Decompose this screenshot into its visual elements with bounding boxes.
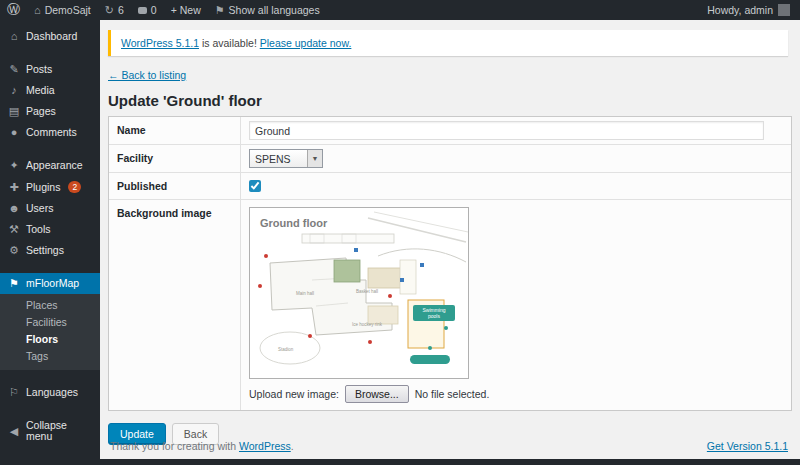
comment-bubble-icon: [138, 7, 147, 14]
form-row-published: Published: [109, 173, 791, 200]
background-image-label: Background image: [109, 200, 241, 410]
posts-icon: ✎: [8, 64, 20, 75]
admin-bar: Ⓦ ⌂ DemoSajt ↻ 6 0 + New ⚑ Show all lang…: [0, 0, 800, 20]
sidebar-item-languages[interactable]: ⚐ Languages: [0, 382, 100, 403]
sidebar-item-label: Plugins: [26, 182, 60, 193]
sidebar-subitem-facilities[interactable]: Facilities: [0, 314, 100, 331]
comments-icon: ●: [8, 127, 20, 138]
form-row-background-image: Background image: [109, 200, 791, 410]
sidebar-item-label: Pages: [26, 106, 56, 117]
mfloormap-submenu: Places Facilities Floors Tags: [0, 294, 100, 370]
plugins-icon: ✚: [8, 182, 20, 193]
sidebar-item-label: Users: [26, 203, 53, 214]
map-label-basket-hall: Basket hall: [356, 289, 378, 294]
sidebar-item-label: Dashboard: [26, 31, 77, 42]
comments-count: 0: [151, 4, 157, 16]
sidebar-item-settings[interactable]: ⚙ Settings: [0, 240, 100, 261]
floor-edit-form: Name Facility SPENS ▼ Published: [108, 116, 792, 411]
facility-select[interactable]: SPENS ▼: [249, 149, 323, 168]
sidebar-item-label: Collapse menu: [26, 420, 92, 442]
sidebar-item-label: mFloorMap: [26, 278, 79, 289]
menu-separator: [0, 370, 100, 382]
sidebar-item-label: Settings: [26, 245, 64, 256]
sidebar-item-plugins[interactable]: ✚ Plugins 2: [0, 176, 100, 198]
sidebar-item-media[interactable]: ♪ Media: [0, 80, 100, 101]
published-checkbox[interactable]: [249, 180, 261, 192]
browse-button[interactable]: Browse...: [345, 385, 409, 403]
sidebar-item-mfloormap[interactable]: ⚑ mFloorMap: [0, 273, 100, 294]
sidebar-item-label: Tools: [26, 224, 51, 235]
menu-separator: [0, 143, 100, 155]
floor-map-image: Swimming pools Ground floor Main hall Ba…: [249, 207, 469, 379]
sidebar-item-label: Comments: [26, 127, 77, 138]
published-label: Published: [109, 173, 241, 199]
sidebar-item-appearance[interactable]: ✦ Appearance: [0, 155, 100, 176]
show-all-languages-menu[interactable]: ⚑ Show all languages: [208, 0, 327, 20]
new-content-button[interactable]: + New: [164, 0, 208, 20]
name-input[interactable]: [249, 121, 764, 140]
menu-separator: [0, 47, 100, 59]
menu-separator: [0, 261, 100, 273]
pages-icon: ▤: [8, 106, 20, 117]
map-pool-label: Swimming pools: [413, 305, 455, 321]
site-name-menu[interactable]: ⌂ DemoSajt: [27, 0, 98, 20]
chevron-down-icon: ▼: [307, 150, 322, 167]
no-file-selected-text: No file selected.: [415, 388, 490, 400]
form-row-name: Name: [109, 117, 791, 145]
get-version-link[interactable]: Get Version 5.1.1: [707, 440, 788, 452]
facility-selected-value: SPENS: [255, 153, 291, 165]
map-label-main-hall: Main hall: [296, 291, 314, 296]
please-update-link[interactable]: Please update now.: [260, 37, 352, 49]
location-pin-icon: ⚑: [8, 278, 20, 289]
main-content: WordPress 5.1.1 is available! Please upd…: [100, 20, 800, 465]
update-icon: ↻: [105, 5, 114, 16]
wordpress-admin-page: Ⓦ ⌂ DemoSajt ↻ 6 0 + New ⚑ Show all lang…: [0, 0, 800, 465]
languages-icon: ⚐: [8, 387, 20, 398]
sidebar-subitem-places[interactable]: Places: [0, 297, 100, 314]
dashboard-icon: ⌂: [8, 31, 20, 42]
updates-indicator[interactable]: ↻ 6: [98, 0, 131, 20]
page-title: Update 'Ground' floor: [108, 92, 792, 109]
back-to-listing-link[interactable]: ← Back to listing: [108, 69, 186, 81]
update-nag-notice: WordPress 5.1.1 is available! Please upd…: [108, 30, 788, 56]
svg-text:Swimming: Swimming: [422, 307, 445, 313]
sidebar-subitem-floors[interactable]: Floors: [0, 331, 100, 348]
menu-separator: [0, 403, 100, 415]
admin-footer: Thank you for creating with WordPress. G…: [110, 440, 788, 452]
upload-new-image-label: Upload new image:: [249, 388, 339, 400]
name-label: Name: [109, 117, 241, 144]
collapse-menu-button[interactable]: ◀ Collapse menu: [0, 415, 100, 447]
users-icon: ☻: [8, 203, 20, 214]
comments-indicator[interactable]: 0: [131, 0, 164, 20]
wordpress-version-link[interactable]: WordPress 5.1.1: [121, 37, 199, 49]
bottom-bar: [0, 459, 800, 465]
collapse-arrow-icon: ◀: [8, 426, 20, 437]
appearance-icon: ✦: [8, 160, 20, 171]
wordpress-logo-menu[interactable]: Ⓦ: [0, 0, 27, 20]
sidebar-item-label: Media: [26, 85, 55, 96]
plugins-update-badge: 2: [68, 181, 81, 193]
languages-label: Show all languages: [229, 4, 320, 16]
sidebar-item-users[interactable]: ☻ Users: [0, 198, 100, 219]
settings-icon: ⚙: [8, 245, 20, 256]
updates-count: 6: [118, 4, 124, 16]
sidebar-subitem-tags[interactable]: Tags: [0, 348, 100, 365]
wordpress-footer-link[interactable]: WordPress: [239, 440, 291, 452]
tools-icon: ⚒: [8, 224, 20, 235]
media-icon: ♪: [8, 85, 20, 96]
sidebar-item-posts[interactable]: ✎ Posts: [0, 59, 100, 80]
facility-label: Facility: [109, 145, 241, 172]
home-icon: ⌂: [34, 5, 41, 16]
sidebar-item-label: Languages: [26, 387, 78, 398]
avatar: [778, 4, 790, 16]
form-row-facility: Facility SPENS ▼: [109, 145, 791, 173]
sidebar-item-tools[interactable]: ⚒ Tools: [0, 219, 100, 240]
sidebar-item-dashboard[interactable]: ⌂ Dashboard: [0, 26, 100, 47]
sidebar-item-pages[interactable]: ▤ Pages: [0, 101, 100, 122]
admin-sidebar: ⌂ Dashboard ✎ Posts ♪ Media ▤ Pages ● Co…: [0, 20, 100, 465]
map-label-stadion: Stadion: [278, 347, 294, 352]
footer-thanks: Thank you for creating with WordPress.: [110, 440, 294, 452]
howdy-account-menu[interactable]: Howdy, admin: [697, 0, 800, 20]
notice-text: is available!: [199, 37, 260, 49]
sidebar-item-comments[interactable]: ● Comments: [0, 122, 100, 143]
